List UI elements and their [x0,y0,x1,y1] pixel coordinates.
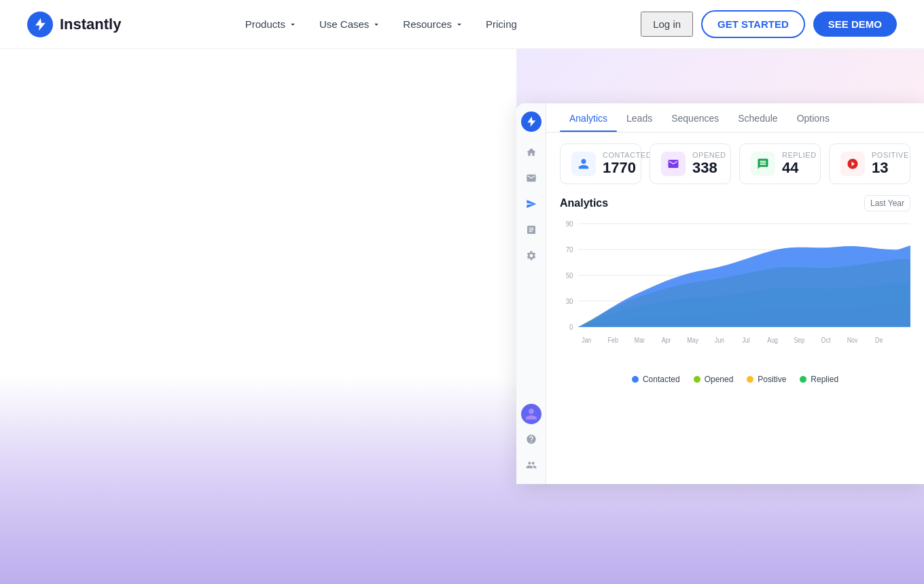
tab-sequences[interactable]: Sequences [662,103,728,132]
svg-text:Sep: Sep [794,337,804,345]
svg-text:90: 90 [566,220,573,228]
stat-opened: OPENED 338 [650,143,731,184]
svg-text:30: 30 [566,298,573,306]
app-sidebar [516,103,546,484]
svg-text:Oct: Oct [821,337,831,345]
nav-resources[interactable]: Resources [403,18,464,30]
login-button[interactable]: Log in [641,12,693,37]
svg-text:0: 0 [569,324,573,332]
replied-label: REPLIED [782,151,817,159]
positive-icon-svg [847,158,859,170]
chevron-down-icon [455,20,464,29]
replied-value: 44 [782,159,817,177]
sidebar-item-team[interactable] [520,454,542,476]
stats-row: CONTACTED 1770 OPENED 338 [546,133,924,192]
svg-text:Mar: Mar [635,337,645,345]
legend-opened: Opened [694,375,734,384]
legend-positive: Positive [747,375,786,384]
legend-dot-opened [694,376,700,383]
nav-actions: Log in GET STARTED SEE DEMO [641,10,897,38]
chart-legend: Contacted Opened Positive Replied [560,369,910,384]
settings-icon [526,250,537,261]
brand-name: Instantly [60,16,121,33]
legend-replied: Replied [800,375,838,384]
legend-dot-replied [800,376,806,383]
opened-icon [661,152,686,176]
chart-icon [526,224,537,235]
positive-label: POSITIVE [872,151,909,159]
tab-options[interactable]: Options [787,103,839,132]
opened-label: OPENED [692,151,726,159]
team-icon [526,460,537,470]
chart-container: 90 70 50 30 0 Jan [560,217,910,369]
stat-replied: REPLIED 44 [739,143,821,184]
chart-header: Analytics Last Year [560,192,910,211]
svg-text:Jun: Jun [715,337,724,345]
avatar-icon [525,407,538,421]
svg-text:Jan: Jan [582,337,591,345]
tab-schedule[interactable]: Schedule [728,103,787,132]
brand-logo[interactable]: Instantly [27,12,121,37]
chart-filter[interactable]: Last Year [864,195,910,211]
nav-use-cases[interactable]: Use Cases [319,18,381,30]
tab-analytics[interactable]: Analytics [560,103,617,132]
positive-value: 13 [872,159,909,177]
app-tabs: Analytics Leads Sequences Schedule Optio… [546,103,924,133]
app-panel: Analytics Leads Sequences Schedule Optio… [516,103,924,484]
send-icon [526,199,537,209]
nav-links: Products Use Cases Resources Pricing [245,18,517,30]
contacted-icon [571,152,596,176]
nav-products[interactable]: Products [245,18,298,30]
tab-leads[interactable]: Leads [617,103,662,132]
analytics-chart: 90 70 50 30 0 Jan [560,217,910,366]
svg-text:Apr: Apr [662,337,671,345]
home-icon [526,147,537,158]
sidebar-item-send[interactable] [520,193,542,215]
svg-text:Jul: Jul [742,337,749,345]
stat-positive: POSITIVE 13 [829,143,910,184]
contacted-label: CONTACTED [603,151,652,159]
replied-icon [751,152,775,176]
see-demo-button[interactable]: SEE DEMO [813,12,897,37]
sidebar-item-settings[interactable] [520,245,542,267]
legend-contacted: Contacted [632,375,680,384]
sidebar-logo [521,111,541,132]
legend-dot-positive [747,376,753,383]
help-icon [526,434,537,445]
svg-text:70: 70 [566,246,573,254]
lightning-icon [33,17,48,32]
chat-icon [757,158,769,170]
sidebar-item-home[interactable] [520,141,542,163]
svg-text:De: De [875,337,883,345]
svg-text:50: 50 [566,272,573,280]
svg-text:Nov: Nov [847,337,858,345]
logo-icon [27,12,53,37]
chevron-down-icon [288,20,298,29]
opened-value: 338 [692,159,726,177]
user-avatar[interactable] [521,404,541,424]
positive-icon [840,152,865,176]
svg-text:Feb: Feb [608,337,618,345]
navbar: Instantly Products Use Cases Resources P… [0,0,924,49]
chart-title: Analytics [560,197,608,209]
sidebar-lightning-icon [525,116,537,128]
mail-open-icon [667,158,679,170]
nav-pricing[interactable]: Pricing [486,18,517,30]
sidebar-item-email[interactable] [520,167,542,189]
app-main: Analytics Leads Sequences Schedule Optio… [546,103,924,484]
sidebar-item-analytics[interactable] [520,219,542,241]
get-started-button[interactable]: GET STARTED [701,10,805,38]
legend-dot-contacted [632,376,639,383]
svg-text:May: May [687,337,698,345]
stat-contacted: CONTACTED 1770 [560,143,641,184]
main-content: Analytics Leads Sequences Schedule Optio… [0,49,924,584]
email-icon [526,173,537,184]
svg-text:Aug: Aug [767,337,778,345]
sidebar-bottom [520,404,542,476]
chevron-down-icon [372,20,381,29]
sidebar-item-help[interactable] [520,428,542,450]
contacted-value: 1770 [603,159,652,177]
person-icon [578,158,590,170]
chart-area: Analytics Last Year 90 70 50 [546,192,924,484]
